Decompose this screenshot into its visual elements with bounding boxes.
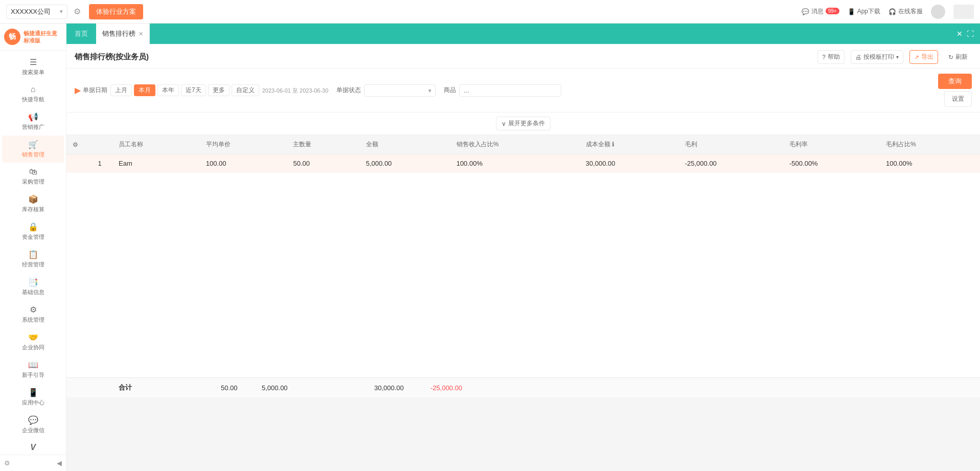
- print-btn[interactable]: 🖨 按模板打印 ▾: [851, 50, 903, 64]
- th-avg-price: 平均单价: [200, 135, 287, 154]
- sidebar-item-app-center[interactable]: 📱 应用中心: [2, 384, 64, 411]
- print-icon: 🖨: [855, 54, 861, 61]
- td-gross-pct: 100.00%: [880, 154, 980, 173]
- sidebar-item-label: 库存核算: [22, 206, 44, 213]
- refresh-btn[interactable]: ↻ 刷新: [944, 51, 972, 63]
- window-maximize-icon[interactable]: ⛶: [967, 30, 974, 38]
- date-btn-last-month[interactable]: 上月: [110, 84, 132, 96]
- search-order-icon: ☰: [30, 57, 37, 67]
- th-settings[interactable]: ⚙: [66, 135, 87, 154]
- sidebar-settings-icon[interactable]: ⚙: [4, 459, 10, 467]
- brand-icon: 畅: [4, 29, 20, 45]
- message-btn[interactable]: 💬 消息 99+: [802, 7, 839, 16]
- date-btn-custom[interactable]: 自定义: [232, 84, 259, 96]
- app-download-btn[interactable]: 📱 App下载: [848, 7, 880, 16]
- total-main-qty: 50.00: [221, 384, 262, 392]
- purchase-icon: 🛍: [29, 167, 37, 176]
- th-rank: [87, 135, 112, 154]
- date-btn-current-year[interactable]: 本年: [157, 84, 179, 96]
- sales-icon: 🛒: [28, 140, 38, 149]
- table-settings-icon[interactable]: ⚙: [73, 141, 78, 148]
- status-select[interactable]: [364, 84, 436, 97]
- sidebar-nav: ☰ 搜索菜单 ⌂ 快捷导航 📢 营销推广 🛒 销售管理 🛍 采购管理: [0, 51, 66, 455]
- message-icon: 💬: [802, 8, 809, 15]
- sidebar-item-system-mgmt[interactable]: ⚙ 系统管理: [2, 301, 64, 328]
- total-total-amt: 5,000.00: [262, 384, 313, 392]
- sidebar-item-label: 营销推广: [22, 123, 44, 131]
- print-label: 按模板打印: [863, 53, 894, 61]
- page-title: 销售排行榜(按业务员): [75, 52, 149, 62]
- sidebar-collapse-icon[interactable]: ◀: [57, 459, 62, 467]
- th-gross-profit: 毛利: [679, 135, 783, 154]
- goods-filter: 商品: [444, 84, 561, 97]
- home-icon: ⌂: [31, 85, 36, 94]
- filter-toggle-icon[interactable]: ▶: [75, 85, 81, 95]
- sidebar-item-label: 系统管理: [22, 316, 44, 324]
- message-badge: 99+: [826, 8, 839, 14]
- sidebar-item-beginner-guide[interactable]: 📖 新手引导: [2, 356, 64, 383]
- date-btn-current-month[interactable]: 本月: [134, 84, 155, 96]
- expand-chevron-icon: ∨: [502, 120, 506, 127]
- online-service-btn[interactable]: 🎧 在线客服: [888, 7, 923, 16]
- sidebar-item-operations[interactable]: 📋 经营管理: [2, 245, 64, 273]
- sidebar-item-purchase-mgmt[interactable]: 🛍 采购管理: [2, 163, 64, 190]
- sidebar-item-finance[interactable]: 🔒 资金管理: [2, 218, 64, 245]
- brand-text: 畅捷通好生意 标准版: [24, 30, 57, 44]
- td-cost-amt: 30,000.00: [580, 154, 679, 173]
- td-gross-profit: -25,000.00: [679, 154, 783, 173]
- sidebar-item-label: 基础信息: [22, 288, 44, 296]
- window-close-icon[interactable]: ✕: [956, 30, 963, 38]
- td-gross-rate: -500.00%: [783, 154, 880, 173]
- th-total-amt: 全额: [360, 135, 450, 154]
- date-btn-last-7days[interactable]: 近7天: [181, 84, 206, 96]
- expand-more-btn[interactable]: ∨ 展开更多条件: [496, 117, 551, 130]
- sidebar-item-enterprise-wechat[interactable]: 💬 企业微信: [2, 411, 64, 438]
- help-icon: ?: [822, 54, 826, 61]
- sidebar-item-marketing[interactable]: 📢 营销推广: [2, 108, 64, 135]
- sidebar-item-label: 应用中心: [22, 399, 44, 407]
- table-wrapper: ⚙ 员工名称 平均单价 主数量 全额 销售收入占比% 成本全额 ℹ: [66, 135, 980, 173]
- th-gross-pct: 毛利占比%: [880, 135, 980, 154]
- sidebar-item-inventory[interactable]: 📦 库存核算: [2, 190, 64, 217]
- goods-input[interactable]: [459, 84, 561, 97]
- total-gross-profit: -25,000.00: [430, 384, 487, 392]
- data-table: ⚙ 员工名称 平均单价 主数量 全额 销售收入占比% 成本全额 ℹ: [66, 135, 980, 173]
- date-btn-more[interactable]: 更多: [208, 84, 230, 96]
- company-chevron-icon: ▾: [60, 8, 63, 15]
- td-main-qty: 50.00: [287, 154, 359, 173]
- sidebar-item-basic-info[interactable]: 📑 基础信息: [2, 273, 64, 300]
- sidebar-item-label: 销售管理: [22, 151, 44, 159]
- query-btn[interactable]: 查询: [938, 74, 972, 89]
- sidebar-item-vip-member[interactable]: V 畅会员: [2, 439, 64, 455]
- td-employee-name: Eam: [112, 154, 200, 173]
- total-row: 合计 50.00 5,000.00 30,000.00 -25,000.00: [66, 377, 980, 397]
- user-name-area[interactable]: [953, 5, 974, 19]
- tab-close-icon[interactable]: ✕: [139, 31, 143, 37]
- goods-label: 商品: [444, 86, 456, 95]
- sidebar-item-search-order[interactable]: ☰ 搜索菜单: [2, 53, 64, 80]
- headset-icon: 🎧: [888, 8, 896, 15]
- th-sales-pct: 销售收入占比%: [450, 135, 580, 154]
- tab-sales-ranking[interactable]: 销售排行榜 ✕: [96, 24, 150, 44]
- vip-icon: V: [30, 443, 36, 452]
- sidebar-item-sales-mgmt[interactable]: 🛒 销售管理: [2, 136, 64, 163]
- td-total-amt: 5,000.00: [360, 154, 450, 173]
- tab-label: 销售排行榜: [102, 29, 135, 38]
- tab-home[interactable]: 首页: [66, 24, 96, 44]
- print-chevron-icon: ▾: [896, 54, 899, 60]
- industry-btn[interactable]: 体验行业方案: [89, 4, 143, 19]
- company-selector[interactable]: XXXXXX公司 ▾: [6, 5, 67, 19]
- status-label: 单据状态: [336, 86, 361, 95]
- system-icon: ⚙: [30, 305, 37, 315]
- sidebar-item-quick-nav[interactable]: ⌂ 快捷导航: [2, 81, 64, 107]
- sidebar-item-label: 搜索菜单: [22, 69, 44, 76]
- settings-filter-btn[interactable]: 设置: [944, 91, 972, 107]
- table-row: 1 Eam 100.00 50.00 5,000.00 100.00% 30,0…: [66, 154, 980, 173]
- company-name-text: XXXXXX公司: [11, 7, 51, 16]
- help-btn[interactable]: ? 帮助: [817, 50, 845, 64]
- settings-icon[interactable]: ⚙: [74, 7, 81, 16]
- sidebar-item-enterprise-collab[interactable]: 🤝 企业协同: [2, 328, 64, 355]
- avatar[interactable]: [931, 5, 945, 19]
- export-label: 导出: [921, 53, 933, 61]
- export-btn[interactable]: ↗ 导出: [909, 50, 938, 64]
